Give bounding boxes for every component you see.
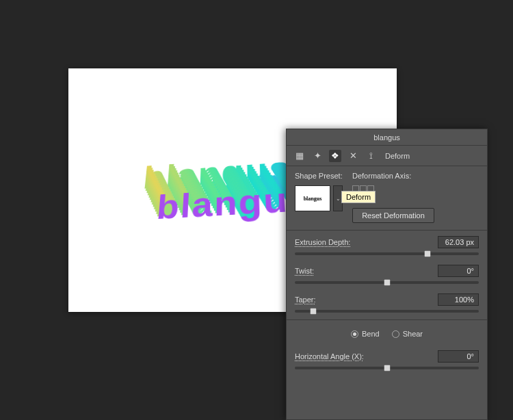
radio-dot-icon [351, 330, 358, 338]
slider-thumb[interactable] [307, 306, 319, 317]
panel-title: blangus [287, 129, 487, 146]
extrusion-depth-label[interactable]: Extrusion Depth: [295, 238, 350, 246]
extrusion-depth-group: Extrusion Depth: 62.03 px [287, 231, 487, 259]
tab-scene-icon[interactable]: ✦ [311, 150, 324, 162]
shape-preset-thumb[interactable]: blangus [295, 185, 330, 211]
twist-label[interactable]: Twist: [295, 267, 314, 275]
bend-shear-radios: Bend Shear [287, 323, 487, 345]
slider-thumb[interactable] [421, 248, 433, 260]
panel-tab-bar: ▦ ✦ ❖ ✕ ⟟ Deform [287, 146, 487, 166]
preset-thumb-text: blangus [304, 196, 322, 202]
radio-bend[interactable]: Bend [351, 330, 380, 338]
active-tab-label: Deform [385, 152, 410, 160]
slider-thumb[interactable] [381, 363, 393, 374]
taper-label[interactable]: Taper: [295, 296, 316, 304]
horizontal-angle-group: Horizontal Angle (X): 0° [287, 345, 487, 373]
section-divider [287, 319, 487, 320]
radio-bend-label: Bend [362, 330, 380, 338]
twist-group: Twist: 0° [287, 259, 487, 288]
taper-slider[interactable] [295, 310, 479, 313]
radio-shear-label: Shear [403, 330, 423, 338]
tab-coord-icon[interactable]: ⟟ [365, 150, 377, 162]
deform-top-section: Deform Shape Preset: blangus ⌄ Deformati… [287, 166, 487, 231]
extrusion-depth-slider[interactable] [295, 252, 479, 255]
deformation-axis-label: Deformation Axis: [352, 172, 479, 180]
horizontal-angle-label[interactable]: Horizontal Angle (X): [295, 352, 364, 360]
radio-shear[interactable]: Shear [392, 330, 423, 338]
reset-deformation-button[interactable]: Reset Deformation [352, 208, 434, 223]
tab-cap-icon[interactable]: ✕ [347, 150, 359, 162]
slider-thumb[interactable] [381, 277, 393, 289]
taper-value[interactable]: 100% [438, 293, 479, 306]
twist-value[interactable]: 0° [438, 265, 479, 277]
radio-dot-icon [392, 330, 399, 338]
horizontal-angle-slider[interactable] [295, 367, 479, 369]
horizontal-angle-value[interactable]: 0° [438, 350, 479, 363]
shape-preset-label: Shape Preset: [295, 172, 343, 180]
twist-slider[interactable] [295, 281, 479, 284]
tab-mesh-icon[interactable]: ▦ [293, 150, 306, 162]
tooltip-deform: Deform [341, 191, 376, 203]
properties-panel: blangus ▦ ✦ ❖ ✕ ⟟ Deform Deform Shape Pr… [286, 129, 488, 420]
tab-deform-icon[interactable]: ❖ [329, 150, 341, 162]
extrusion-depth-value[interactable]: 62.03 px [438, 236, 479, 248]
taper-group: Taper: 100% [287, 288, 487, 317]
